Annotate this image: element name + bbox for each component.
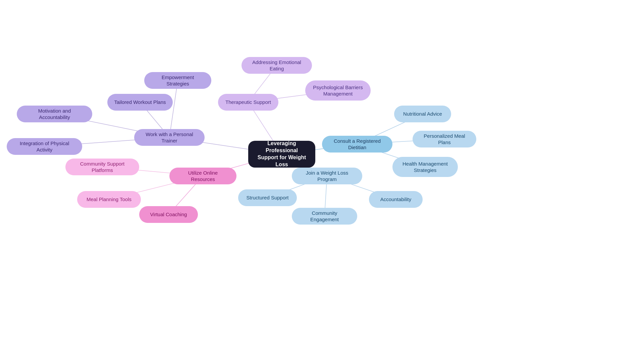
node-accountability[interactable]: Accountability (369, 191, 423, 208)
node-community-support[interactable]: Community Support Platforms (65, 159, 139, 175)
node-community-engagement[interactable]: Community Engagement (292, 208, 357, 225)
node-psychological-barriers[interactable]: Psychological Barriers Management (305, 80, 371, 101)
node-consult-dietitian[interactable]: Consult a Registered Dietitian (322, 136, 392, 153)
node-addressing-emotional[interactable]: Addressing Emotional Eating (241, 57, 312, 74)
center-node[interactable]: Leveraging Professional Support for Weig… (248, 141, 315, 168)
node-personalized-meal-plans[interactable]: Personalized Meal Plans (413, 131, 476, 147)
node-therapeutic-support[interactable]: Therapeutic Support (218, 94, 278, 111)
node-integration-physical[interactable]: Integration of Physical Activity (7, 138, 82, 155)
node-join-weight-loss[interactable]: Join a Weight Loss Program (292, 168, 362, 184)
node-utilize-online[interactable]: Utilize Online Resources (169, 168, 236, 184)
node-empowerment-strategies[interactable]: Empowerment Strategies (144, 72, 211, 89)
node-nutritional-advice[interactable]: Nutritional Advice (394, 106, 451, 122)
node-virtual-coaching[interactable]: Virtual Coaching (139, 206, 198, 223)
node-tailored-workout[interactable]: Tailored Workout Plans (107, 94, 173, 111)
mindmap-container: Leveraging Professional Support for Weig… (0, 0, 644, 363)
node-motivation-accountability[interactable]: Motivation and Accountability (17, 106, 92, 122)
node-health-management[interactable]: Health Management Strategies (392, 157, 458, 177)
node-work-personal-trainer[interactable]: Work with a Personal Trainer (134, 129, 205, 146)
node-structured-support[interactable]: Structured Support (238, 189, 297, 206)
node-meal-planning-tools[interactable]: Meal Planning Tools (77, 191, 141, 208)
